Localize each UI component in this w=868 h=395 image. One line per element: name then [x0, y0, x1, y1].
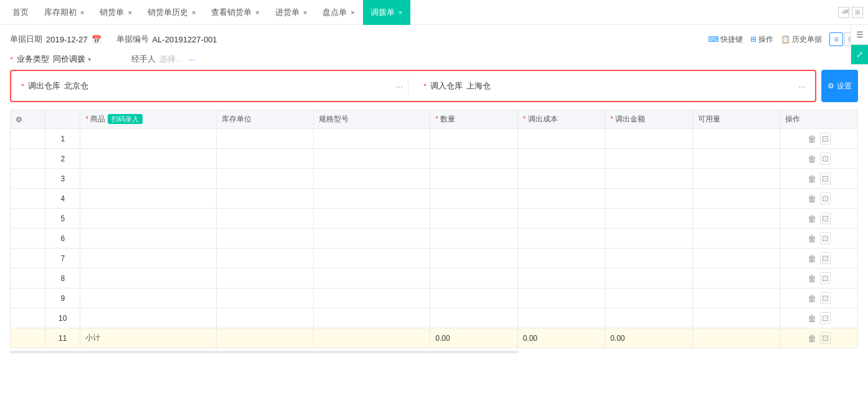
row-amount-cell[interactable]	[605, 269, 692, 288]
delete-icon[interactable]: 🗑	[808, 134, 816, 144]
row-avail-cell[interactable]	[692, 169, 780, 189]
row-amount-cell[interactable]	[605, 129, 692, 149]
copy-icon[interactable]: ⊡	[820, 193, 831, 204]
row-spec-cell[interactable]	[313, 209, 430, 229]
row-spec-cell[interactable]	[313, 249, 430, 269]
row-amount-cell[interactable]	[605, 209, 692, 229]
row-product-cell[interactable]	[80, 308, 217, 328]
tab-home[interactable]: 首页	[5, 0, 37, 25]
row-unit-cell[interactable]	[216, 149, 313, 169]
tab-sales-history[interactable]: 销货单历史 ×	[140, 0, 204, 25]
row-qty-cell[interactable]	[430, 149, 517, 169]
row-unit-cell[interactable]	[216, 169, 313, 189]
history-button[interactable]: 📋 历史单据	[781, 34, 822, 45]
tab-transfer[interactable]: 调拨单 ×	[363, 0, 410, 25]
row-product-cell[interactable]	[80, 149, 217, 169]
delete-icon[interactable]: 🗑	[808, 274, 816, 283]
row-qty-cell[interactable]	[430, 288, 517, 308]
tab-sales-order[interactable]: 销货单 ×	[92, 0, 139, 25]
subtotal-delete-icon[interactable]: 🗑	[808, 333, 816, 343]
row-avail-cell[interactable]	[692, 209, 780, 229]
row-unit-cell[interactable]	[216, 308, 313, 328]
delete-icon[interactable]: 🗑	[808, 234, 816, 244]
delete-icon[interactable]: 🗑	[808, 174, 816, 184]
horizontal-scrollbar[interactable]	[10, 351, 519, 353]
row-avail-cell[interactable]	[692, 308, 780, 328]
th-gear[interactable]: ⚙	[11, 110, 45, 129]
biz-type-select[interactable]: 同价调拨 ▾	[53, 54, 92, 65]
delete-icon[interactable]: 🗑	[808, 194, 816, 204]
row-unit-cell[interactable]	[216, 229, 313, 249]
row-amount-cell[interactable]	[605, 229, 692, 249]
row-avail-cell[interactable]	[692, 149, 780, 169]
row-unit-cell[interactable]	[216, 189, 313, 209]
person-more-btn[interactable]: ···	[189, 55, 196, 64]
settings-button[interactable]: ⚙ 设置	[821, 70, 858, 102]
row-spec-cell[interactable]	[313, 129, 430, 149]
tab-close-inventory-init[interactable]: ×	[80, 9, 84, 16]
copy-icon[interactable]: ⊡	[820, 292, 831, 304]
row-amount-cell[interactable]	[605, 149, 692, 169]
tab-close-purchase-order[interactable]: ×	[303, 9, 307, 16]
tab-inventory-init[interactable]: 库存期初 ×	[37, 0, 92, 25]
row-unit-cell[interactable]	[216, 209, 313, 229]
copy-icon[interactable]: ⊡	[820, 232, 831, 244]
tab-close-transfer[interactable]: ×	[399, 9, 402, 16]
row-spec-cell[interactable]	[313, 189, 430, 209]
row-product-cell[interactable]	[80, 169, 217, 189]
row-unit-cell[interactable]	[216, 269, 313, 288]
row-qty-cell[interactable]	[430, 249, 517, 269]
person-select[interactable]: 选择...	[159, 54, 182, 65]
row-qty-cell[interactable]	[430, 308, 517, 328]
row-cost-cell[interactable]	[517, 308, 605, 328]
copy-icon[interactable]: ⊡	[820, 312, 831, 324]
row-cost-cell[interactable]	[517, 229, 605, 249]
target-warehouse-more[interactable]: ···	[798, 82, 805, 91]
row-unit-cell[interactable]	[216, 288, 313, 308]
tab-close-sales-order[interactable]: ×	[128, 9, 131, 16]
row-product-cell[interactable]	[80, 249, 217, 269]
row-product-cell[interactable]	[80, 269, 217, 288]
copy-icon[interactable]: ⊡	[820, 252, 831, 264]
target-warehouse-value[interactable]: 上海仓	[466, 80, 491, 92]
copy-icon[interactable]: ⊡	[820, 212, 831, 224]
row-avail-cell[interactable]	[692, 189, 780, 209]
layout-line-btn[interactable]: ≡	[829, 32, 843, 46]
operation-button[interactable]: ⊞ 操作	[750, 34, 773, 45]
delete-icon[interactable]: 🗑	[808, 214, 816, 224]
copy-icon[interactable]: ⊡	[820, 133, 831, 145]
row-amount-cell[interactable]	[605, 169, 692, 189]
row-cost-cell[interactable]	[517, 129, 605, 149]
row-qty-cell[interactable]	[430, 169, 517, 189]
row-unit-cell[interactable]	[216, 249, 313, 269]
row-amount-cell[interactable]	[605, 249, 692, 269]
row-cost-cell[interactable]	[517, 189, 605, 209]
row-qty-cell[interactable]	[430, 229, 517, 249]
delete-icon[interactable]: 🗑	[808, 293, 816, 303]
subtotal-copy-icon[interactable]: ⊡	[820, 332, 831, 344]
sidebar-list-icon[interactable]: ☰	[851, 25, 869, 45]
row-product-cell[interactable]	[80, 288, 217, 308]
row-cost-cell[interactable]	[517, 249, 605, 269]
tab-close-view-sales[interactable]: ×	[255, 9, 259, 16]
delete-icon[interactable]: 🗑	[808, 254, 816, 264]
source-warehouse-value[interactable]: 北京仓	[64, 80, 88, 92]
sidebar-expand-icon[interactable]: ⤢	[851, 45, 869, 65]
tab-close-sales-history[interactable]: ×	[192, 9, 196, 16]
delete-icon[interactable]: 🗑	[808, 313, 816, 323]
row-spec-cell[interactable]	[313, 308, 430, 328]
row-avail-cell[interactable]	[692, 288, 780, 308]
row-product-cell[interactable]	[80, 129, 217, 149]
tab-view-sales[interactable]: 查看销货单 ×	[204, 0, 267, 25]
row-spec-cell[interactable]	[313, 149, 430, 169]
row-spec-cell[interactable]	[313, 288, 430, 308]
row-cost-cell[interactable]	[517, 169, 605, 189]
row-qty-cell[interactable]	[430, 129, 517, 149]
copy-icon[interactable]: ⊡	[820, 272, 831, 284]
row-avail-cell[interactable]	[692, 269, 780, 288]
row-cost-cell[interactable]	[517, 269, 605, 288]
source-warehouse-more[interactable]: ···	[396, 82, 403, 91]
delete-icon[interactable]: 🗑	[808, 154, 816, 164]
tab-purchase-order[interactable]: 进货单 ×	[268, 0, 315, 25]
row-amount-cell[interactable]	[605, 189, 692, 209]
